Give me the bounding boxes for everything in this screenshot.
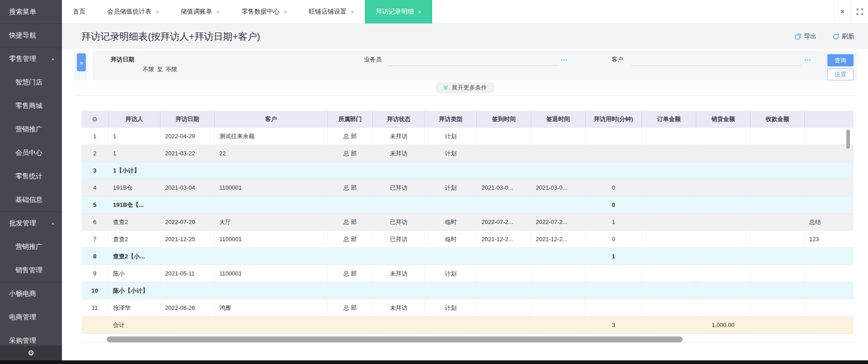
cell: 2022-07-2... <box>531 214 585 230</box>
header-cell-13 <box>805 111 854 128</box>
table-total-row[interactable]: 合计31,000.00 <box>81 317 854 334</box>
table-row-9[interactable]: 9陈小2021-05-111100001总 部未拜访计划 <box>81 265 854 282</box>
tab-4[interactable]: 零售数据中心× <box>231 0 298 23</box>
cell <box>531 317 585 333</box>
page-title: 拜访记录明细表(按拜访人+拜访日期+客户) <box>81 30 260 43</box>
sidebar-item-3[interactable]: 零售管理▲ <box>0 47 62 70</box>
sidebar-item-8[interactable]: 零售统计 <box>0 164 62 188</box>
tab-6[interactable]: 拜访记录明细× <box>365 0 432 23</box>
table-row-3[interactable]: 31【小计】 <box>81 162 854 179</box>
tab-close-icon[interactable]: × <box>156 9 159 15</box>
sidebar-item-13[interactable]: 小畅电商 <box>0 282 62 305</box>
sidebar-item-6[interactable]: 营销推广 <box>0 117 62 141</box>
sidebar-item-2[interactable]: 快捷导航 <box>0 23 62 47</box>
cell <box>585 145 642 162</box>
table-row-1[interactable]: 112022-04-29测试往来余额总 部未拜访计划 <box>81 128 854 145</box>
table-row-10[interactable]: 10陈小【小计】 <box>81 282 854 299</box>
table-row-2[interactable]: 212021-03-2222总 部未拜访计划 <box>81 145 854 162</box>
cell: 计划 <box>425 265 477 282</box>
tab-close-icon[interactable]: × <box>283 9 287 15</box>
tab-2[interactable]: 会员储值统计表× <box>96 0 170 23</box>
fullscreen-button[interactable] <box>851 0 868 23</box>
column-settings-gear-icon[interactable]: ⚙ <box>92 116 98 123</box>
tab-1[interactable]: 首页 <box>62 0 96 23</box>
settings-gear-icon[interactable]: ⚙ <box>28 350 34 357</box>
table-row-7[interactable]: 7查查22021-12-251100001总 部已拜访临时2021-12-2..… <box>81 231 854 248</box>
cell: 未拜访 <box>373 128 425 145</box>
expand-filter-panel-button[interactable]: » <box>77 53 86 71</box>
tab-bar: 首页会员储值统计表×储值调账单×零售数据中心×旺铺店铺设置×拜访记录明细× × <box>62 0 868 24</box>
cell <box>696 248 750 265</box>
cell <box>750 179 805 196</box>
cell: 总 部 <box>328 145 373 162</box>
table-row-6[interactable]: 6查查22022-07-20大厅总 部已拜访临时2022-07-2...2022… <box>81 214 854 231</box>
cell: 合计 <box>108 317 160 333</box>
cell: 大厅 <box>215 214 328 230</box>
vertical-scrollbar-thumb[interactable] <box>846 130 850 149</box>
cell <box>696 299 750 316</box>
cell <box>215 162 328 179</box>
sidebar-item-10[interactable]: 批发管理▲ <box>0 211 62 235</box>
cell <box>477 248 531 265</box>
cell <box>477 196 531 213</box>
refresh-button[interactable]: 刷新 <box>833 33 854 41</box>
expand-more-label: 展开更多条件 <box>452 84 487 92</box>
cell <box>160 317 215 333</box>
header-cell-4: 所属部门 <box>328 111 373 128</box>
table-row-5[interactable]: 5191B仓【...0 <box>81 196 854 214</box>
cell <box>160 196 215 213</box>
table-row-8[interactable]: 8查查2【小...1 <box>81 248 854 265</box>
customer-picker-ellipsis[interactable]: ... <box>804 54 811 62</box>
sidebar-item-12[interactable]: 销售管理 <box>0 258 62 282</box>
cell: 已拜访 <box>373 231 425 247</box>
horizontal-scrollbar-thumb[interactable] <box>107 336 683 342</box>
range-start[interactable]: 不限 <box>142 65 154 74</box>
sidebar-item-9[interactable]: 基础信息 <box>0 188 62 211</box>
salesperson-input[interactable] <box>387 55 558 66</box>
cell: 10 <box>81 282 108 299</box>
table-header: ⚙拜访人拜访日期客户所属部门拜访状态拜访类型签到时间签退时间拜访用时(分钟)订单… <box>81 111 854 128</box>
sidebar-item-11[interactable]: 营销推广 <box>0 235 62 258</box>
range-end[interactable]: 不限 <box>165 65 177 74</box>
close-all-tabs-button[interactable]: × <box>834 0 851 23</box>
tab-5[interactable]: 旺铺店铺设置× <box>298 0 365 23</box>
cell <box>373 248 425 265</box>
cell: 6 <box>81 214 108 230</box>
cell <box>642 162 696 179</box>
sidebar-item-1[interactable]: 搜索菜单 <box>0 0 62 23</box>
content-body: » 拜访日期 不限 至 不限 业务员 ... 客户 ... 查询 设置 <box>62 49 868 360</box>
customer-input[interactable] <box>631 55 802 66</box>
expand-more-conditions-button[interactable]: 展开更多条件 <box>435 82 495 93</box>
cell: 总 部 <box>328 265 373 282</box>
cell: 3 <box>585 317 642 333</box>
query-button[interactable]: 查询 <box>827 54 854 66</box>
cell <box>160 282 215 299</box>
table-row-4[interactable]: 4191B仓2021-03-041100001总 部已拜访计划2021-03-0… <box>81 179 854 196</box>
cell <box>328 282 373 299</box>
cell: 4 <box>81 179 108 196</box>
bottom-edge-bar <box>0 360 868 364</box>
table-row-11[interactable]: 11徐泽华2022-08-26鸿雁总 部未拜访计划 <box>81 299 854 317</box>
tab-close-icon[interactable]: × <box>418 9 421 15</box>
cell: 0 <box>585 231 642 247</box>
tab-3[interactable]: 储值调账单× <box>170 0 231 23</box>
cell <box>585 128 642 145</box>
salesperson-picker-ellipsis[interactable]: ... <box>561 54 568 62</box>
cell: 1 <box>108 128 160 145</box>
cell <box>696 162 750 179</box>
sidebar-item-4[interactable]: 智慧门店 <box>0 70 62 94</box>
tab-close-icon[interactable]: × <box>351 9 354 15</box>
cell: 3 <box>81 162 108 179</box>
cell: 2021-03-0... <box>531 179 585 196</box>
cell <box>642 128 696 145</box>
tab-close-icon[interactable]: × <box>217 9 220 15</box>
sidebar-item-7[interactable]: 会员中心 <box>0 141 62 164</box>
sidebar-item-14[interactable]: 电商管理 <box>0 305 62 329</box>
cell <box>696 282 750 299</box>
cell <box>215 317 328 333</box>
settings-button[interactable]: 设置 <box>827 69 854 80</box>
refresh-icon <box>833 33 839 40</box>
export-button[interactable]: 导出 <box>795 33 816 41</box>
sidebar-item-5[interactable]: 零售商城 <box>0 94 62 117</box>
cell: 1100001 <box>215 231 328 247</box>
